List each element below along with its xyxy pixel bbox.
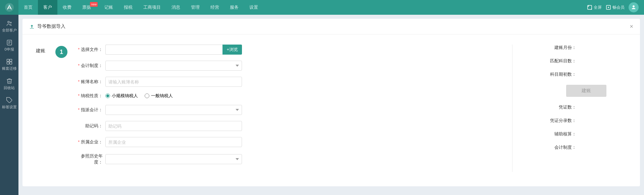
svg-point-1 <box>9 5 10 6</box>
accounting-system-select[interactable] <box>105 61 242 71</box>
svg-point-5 <box>10 22 11 23</box>
svg-rect-10 <box>9 62 12 64</box>
close-button[interactable]: × <box>630 23 633 29</box>
card-body: 建账 1 选择文件： +浏览 会计制度： <box>22 35 640 182</box>
ledger-name-input[interactable] <box>105 77 242 87</box>
nav-settings[interactable]: 设置 <box>244 0 263 15</box>
tax-small-scale[interactable]: 小规模纳税人 <box>105 93 138 99</box>
info-auxiliary-label: 辅助核算： <box>546 131 576 137</box>
tax-type-radio-group: 小规模纳税人 一般纳税人 <box>105 93 242 99</box>
step-section: 建账 1 选择文件： +浏览 会计制度： <box>36 45 499 172</box>
import-icon <box>29 24 35 29</box>
file-label: 选择文件： <box>74 47 103 53</box>
sidebar-item-all-customers[interactable]: 全部客户 <box>0 17 18 35</box>
fullscreen-btn[interactable]: 全屏 <box>587 5 602 10</box>
sidebar-item-declaration-label: 0申报 <box>4 47 14 52</box>
file-text-input[interactable] <box>105 45 222 55</box>
top-nav: 首页 客户 收费 票据 new 记账 报税 工商项目 消息 管理 经营 服务 设… <box>0 0 644 15</box>
ref-year-select[interactable] <box>105 154 242 164</box>
nav-fees[interactable]: 收费 <box>57 0 77 15</box>
form-row-memo: 助记码： <box>74 121 242 131</box>
card-title-text: 导爷数据导入 <box>37 23 65 29</box>
sidebar-item-tags[interactable]: 标签设置 <box>0 94 18 112</box>
main-content: 导爷数据导入 × 建账 1 选择文件： + <box>18 15 644 195</box>
tax-small-scale-label: 小规模纳税人 <box>112 93 138 99</box>
memo-input[interactable] <box>105 121 242 131</box>
nav-services[interactable]: 服务 <box>225 0 244 15</box>
sidebar: 全部客户 0申报 账套迁移 回收站 <box>0 15 18 195</box>
sidebar-item-trash-label: 回收站 <box>4 86 15 90</box>
sidebar-item-all-customers-label: 全部客户 <box>2 28 17 32</box>
browse-button[interactable]: +浏览 <box>222 45 242 55</box>
nav-business[interactable]: 工商项目 <box>138 0 166 15</box>
form-row-ledger-name: 账簿名称： <box>74 77 242 87</box>
accountant-label: 指派会计： <box>74 107 103 113</box>
info-row-month: 建账月份： <box>546 45 627 51</box>
nav-tax[interactable]: 报税 <box>118 0 138 15</box>
info-row-match: 匹配科目数： <box>546 58 627 64</box>
svg-point-4 <box>8 21 9 23</box>
tax-general-radio[interactable] <box>145 93 149 98</box>
build-btn-container: 建账 <box>546 85 627 97</box>
info-subject-init-label: 科目期初数： <box>546 71 576 77</box>
form-row-accounting-system: 会计制度： <box>74 61 242 71</box>
new-badge: new <box>90 2 98 7</box>
card-header: 导爷数据导入 × <box>22 19 640 35</box>
svg-rect-8 <box>9 59 12 62</box>
svg-rect-9 <box>7 62 9 64</box>
sidebar-item-migrate[interactable]: 账套迁移 <box>0 56 18 73</box>
info-section: 建账月份： 匹配科目数： 科目期初数： 建账 <box>526 45 627 172</box>
sidebar-item-declaration[interactable]: 0申报 <box>0 37 18 54</box>
nav-bookkeeping[interactable]: 记账 <box>99 0 118 15</box>
form-row-ref-year: 参照历史年度： <box>74 153 242 165</box>
info-row-entries: 凭证分录数： <box>546 118 627 124</box>
tax-general[interactable]: 一般纳税人 <box>145 93 173 99</box>
file-input-row: +浏览 <box>105 45 242 55</box>
user-avatar[interactable] <box>629 2 639 12</box>
nav-operations[interactable]: 经营 <box>205 0 225 15</box>
nav-customers[interactable]: 客户 <box>38 0 57 15</box>
tax-type-label: 纳税性质： <box>74 93 103 99</box>
sidebar-item-trash[interactable]: 回收站 <box>0 75 18 93</box>
info-row-accounting: 会计制度： <box>546 144 627 150</box>
info-row-auxiliary: 辅助核算： <box>546 131 627 137</box>
svg-rect-7 <box>7 59 9 62</box>
info-row-subject-init: 科目期初数： <box>546 71 627 77</box>
import-card: 导爷数据导入 × 建账 1 选择文件： + <box>22 19 640 186</box>
build-button[interactable]: 建账 <box>566 85 606 97</box>
form-row-accountant: 指派会计： <box>74 105 242 115</box>
accounting-system-label: 会计制度： <box>74 63 103 69</box>
nav-messages[interactable]: 消息 <box>166 0 186 15</box>
ref-year-label: 参照历史年度： <box>74 153 103 165</box>
card-title: 导爷数据导入 <box>29 23 65 29</box>
company-input[interactable] <box>105 137 242 147</box>
info-accounting-label: 会计制度： <box>546 144 576 150</box>
section-divider <box>512 45 512 172</box>
app-logo[interactable] <box>0 0 18 15</box>
step-title: 建账 <box>36 45 45 54</box>
form-row-tax-type: 纳税性质： 小规模纳税人 一般纳税人 <box>74 93 242 99</box>
nav-management[interactable]: 管理 <box>186 0 205 15</box>
sidebar-item-tags-label: 标签设置 <box>2 105 17 109</box>
form-row-file: 选择文件： +浏览 <box>74 45 242 55</box>
nav-items: 首页 客户 收费 票据 new 记账 报税 工商项目 消息 管理 经营 服务 设… <box>18 0 587 15</box>
tax-general-label: 一般纳税人 <box>151 93 173 99</box>
nav-invoices[interactable]: 票据 new <box>77 0 99 15</box>
info-month-label: 建账月份： <box>546 45 576 51</box>
nav-home[interactable]: 首页 <box>18 0 38 15</box>
accountant-select[interactable] <box>105 105 242 115</box>
form-row-company: 所属企业： <box>74 137 242 147</box>
svg-point-0 <box>5 3 14 12</box>
step-badge: 1 <box>55 46 67 58</box>
info-vouchers-label: 凭证数： <box>546 104 576 110</box>
sidebar-item-migrate-label: 账套迁移 <box>2 66 17 71</box>
svg-rect-2 <box>588 5 592 9</box>
ledger-name-label: 账簿名称： <box>74 79 103 85</box>
info-entries-label: 凭证分录数： <box>546 118 576 124</box>
memo-label: 助记码： <box>74 123 103 129</box>
company-label: 所属企业： <box>74 139 103 145</box>
member-btn[interactable]: 畅会员 <box>606 5 625 10</box>
nav-right: 全屏 畅会员 <box>587 2 644 12</box>
tax-small-scale-radio[interactable] <box>105 93 110 98</box>
form-section: 选择文件： +浏览 会计制度： <box>74 45 242 171</box>
